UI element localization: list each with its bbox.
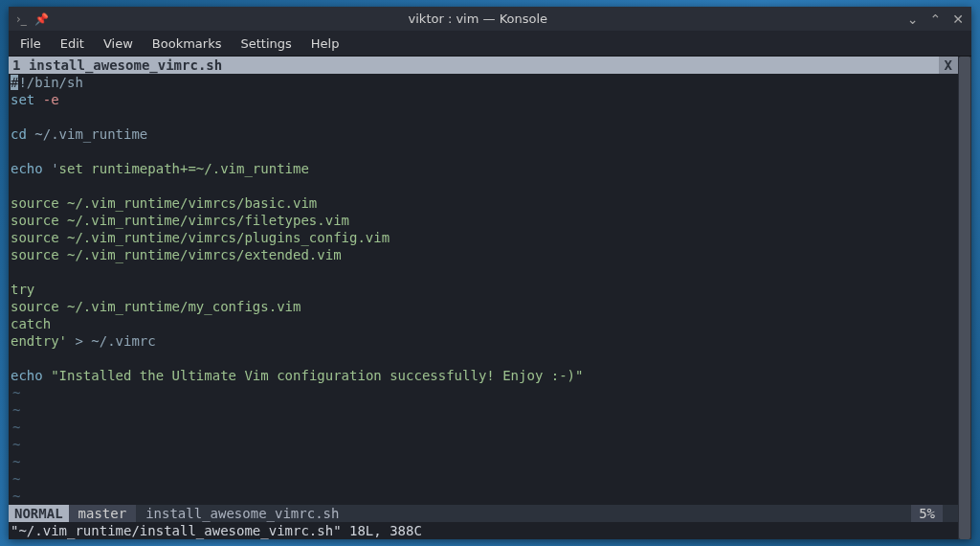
titlebar: ›_ 📌 viktor : vim — Konsole ⌄ ⌃ ✕ [9, 7, 971, 31]
tilde-line: ~ [11, 401, 956, 419]
code-line-9: source ~/.vim_runtime/vimrcs/filetypes.v… [11, 212, 956, 229]
status-percent: 5% [911, 505, 943, 522]
code-line-18: echo "Installed the Ultimate Vim configu… [11, 367, 956, 384]
menu-file[interactable]: File [20, 36, 41, 51]
status-filename: install_awesome_vimrc.sh [136, 505, 348, 522]
titlebar-left: ›_ 📌 [16, 12, 49, 26]
tilde-line: ~ [11, 419, 956, 436]
code-line-17 [11, 350, 956, 367]
code-line-1: #!/bin/sh [11, 74, 956, 91]
code-line-5 [11, 143, 956, 160]
tilde-line: ~ [11, 436, 956, 453]
vim-tab-active[interactable]: 1 install_awesome_vimrc.sh [9, 57, 226, 74]
code-line-15: catch [11, 315, 956, 332]
tab-filename: install_awesome_vimrc.sh [29, 57, 222, 73]
code-line-16: endtry' > ~/.vimrc [11, 332, 956, 350]
vim-tabline: 1 install_awesome_vimrc.sh X [9, 57, 958, 74]
menu-settings[interactable]: Settings [240, 36, 291, 51]
vim-buffer[interactable]: #!/bin/sh set -e cd ~/.vim_runtime echo … [9, 74, 958, 505]
terminal-indicator-icon: ›_ [16, 12, 27, 26]
code-line-7 [11, 177, 956, 194]
menu-bookmarks[interactable]: Bookmarks [152, 36, 222, 51]
konsole-window: ›_ 📌 viktor : vim — Konsole ⌄ ⌃ ✕ File E… [9, 7, 971, 539]
code-line-13: try [11, 281, 956, 298]
code-line-14: source ~/.vim_runtime/my_configs.vim [11, 298, 956, 315]
code-line-6: echo 'set runtimepath+=~/.vim_runtime [11, 160, 956, 177]
pin-icon[interactable]: 📌 [34, 12, 49, 26]
close-button[interactable]: ✕ [952, 12, 964, 26]
code-line-8: source ~/.vim_runtime/vimrcs/basic.vim [11, 194, 956, 212]
scroll-track[interactable] [958, 57, 971, 539]
tab-index: 1 [12, 57, 20, 73]
code-line-12 [11, 263, 956, 281]
tilde-line: ~ [11, 453, 956, 470]
tilde-line: ~ [11, 488, 956, 505]
menu-help[interactable]: Help [311, 36, 340, 51]
tilde-line: ~ [11, 470, 956, 488]
code-line-3 [11, 108, 956, 125]
code-line-11: source ~/.vim_runtime/vimrcs/extended.vi… [11, 246, 956, 263]
status-git-branch: master [69, 505, 137, 522]
scrollbar[interactable] [958, 57, 971, 539]
menu-edit[interactable]: Edit [60, 36, 84, 51]
code-line-4: cd ~/.vim_runtime [11, 125, 956, 143]
status-mode: NORMAL [9, 505, 69, 522]
code-line-10: source ~/.vim_runtime/vimrcs/plugins_con… [11, 229, 956, 246]
terminal-content: 1 install_awesome_vimrc.sh X #!/bin/sh s… [9, 57, 958, 539]
vim-cmdline: "~/.vim_runtime/install_awesome_vimrc.sh… [9, 522, 958, 539]
minimize-button[interactable]: ⌄ [907, 12, 919, 26]
code-line-2: set -e [11, 91, 956, 108]
window-title: viktor : vim — Konsole [49, 11, 907, 26]
tilde-line: ~ [11, 384, 956, 401]
terminal-area[interactable]: 1 install_awesome_vimrc.sh X #!/bin/sh s… [9, 57, 971, 539]
scroll-thumb[interactable] [959, 57, 970, 539]
tab-close-button[interactable]: X [939, 57, 958, 74]
menubar: File Edit View Bookmarks Settings Help [9, 31, 971, 57]
vim-statusline: NORMAL master install_awesome_vimrc.sh 5… [9, 505, 958, 522]
maximize-button[interactable]: ⌃ [930, 12, 942, 26]
titlebar-controls: ⌄ ⌃ ✕ [907, 12, 964, 26]
menu-view[interactable]: View [103, 36, 133, 51]
